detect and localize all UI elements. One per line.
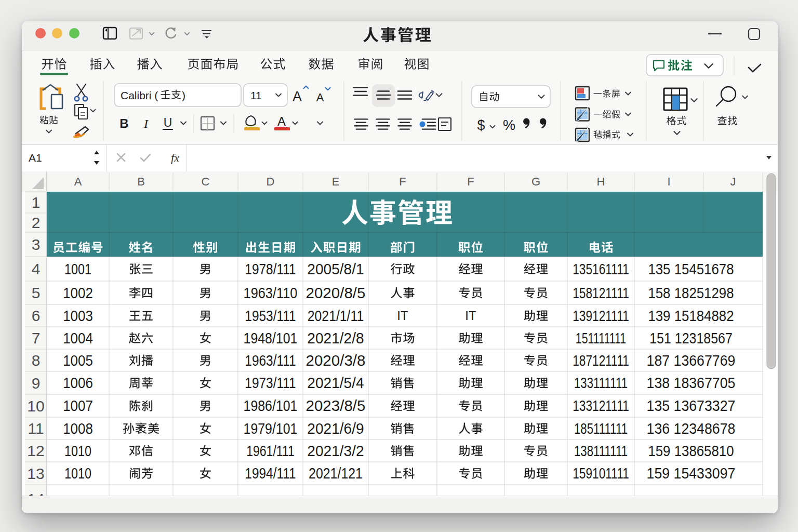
svg-text:9: 9	[32, 375, 41, 392]
svg-text:187 13667769: 187 13667769	[647, 352, 736, 369]
svg-text:11: 11	[250, 89, 262, 101]
svg-text:151 12318567: 151 12318567	[649, 330, 733, 347]
svg-text:12: 12	[27, 442, 44, 459]
svg-text:5: 5	[32, 284, 41, 301]
svg-text:133121111: 133121111	[573, 397, 629, 414]
svg-text:2021/3/2: 2021/3/2	[307, 443, 364, 459]
svg-text:11: 11	[28, 420, 44, 437]
svg-text:158 18251298: 158 18251298	[648, 285, 734, 301]
svg-text:4: 4	[32, 260, 41, 277]
svg-text:1953/111: 1953/111	[245, 308, 296, 324]
svg-text:G: G	[531, 175, 540, 188]
svg-text:1994/111: 1994/111	[245, 465, 296, 482]
svg-text:A: A	[74, 175, 82, 188]
svg-text:F: F	[467, 175, 474, 188]
svg-text:fx: fx	[171, 151, 179, 164]
svg-text:159 15433097: 159 15433097	[647, 465, 736, 482]
svg-text:1: 1	[32, 194, 41, 211]
svg-text:2: 2	[32, 214, 41, 231]
svg-text:151111111: 151111111	[576, 330, 626, 347]
svg-text:2023/8/5: 2023/8/5	[306, 397, 366, 414]
svg-text:A: A	[316, 91, 324, 104]
svg-text:1003: 1003	[63, 308, 93, 324]
svg-text:IT: IT	[397, 309, 408, 323]
svg-text:E: E	[332, 175, 340, 188]
svg-text:2021/1/11: 2021/1/11	[308, 308, 364, 324]
svg-text:1948/101: 1948/101	[244, 330, 298, 347]
svg-text:133111111: 133111111	[574, 375, 628, 391]
svg-text:I: I	[143, 117, 149, 130]
svg-text:139121111: 139121111	[573, 308, 629, 324]
svg-text:1963/111: 1963/111	[245, 352, 296, 369]
svg-text:2020/8/5: 2020/8/5	[306, 285, 366, 301]
svg-text:F: F	[399, 175, 406, 188]
svg-text:I: I	[667, 175, 670, 188]
svg-text:135 13673327: 135 13673327	[647, 397, 736, 414]
svg-text:B: B	[119, 116, 128, 130]
svg-text:2020/3/8: 2020/3/8	[306, 352, 366, 369]
svg-text:1010: 1010	[64, 443, 91, 459]
svg-text:3: 3	[32, 236, 41, 253]
svg-text:H: H	[597, 175, 605, 188]
svg-text:1978/111: 1978/111	[245, 261, 296, 277]
svg-text:1973/111: 1973/111	[245, 375, 296, 391]
svg-text:U: U	[164, 116, 172, 129]
svg-text:): )	[182, 89, 185, 101]
svg-text:6: 6	[32, 307, 41, 324]
svg-text:1004: 1004	[63, 330, 93, 347]
svg-text:$: $	[477, 117, 485, 133]
svg-text:1008: 1008	[63, 420, 93, 437]
svg-text:7: 7	[32, 329, 41, 347]
svg-text:Calibri (: Calibri (	[121, 89, 158, 101]
svg-text:1001: 1001	[64, 261, 91, 277]
svg-text:2021/5/4: 2021/5/4	[307, 375, 364, 391]
svg-text:A: A	[277, 114, 286, 128]
svg-text:1986/101: 1986/101	[244, 397, 298, 414]
svg-text:1002: 1002	[63, 285, 93, 301]
svg-text:1010: 1010	[64, 465, 91, 482]
svg-text:185111111: 185111111	[574, 420, 628, 437]
svg-text:2005/8/1: 2005/8/1	[307, 261, 364, 277]
svg-text:187121111: 187121111	[573, 352, 629, 369]
svg-text:2021/6/9: 2021/6/9	[307, 420, 364, 437]
svg-text:IT: IT	[465, 309, 476, 323]
svg-text:135 15451678: 135 15451678	[648, 261, 734, 277]
svg-text:8: 8	[32, 352, 41, 369]
svg-text:13: 13	[27, 465, 44, 482]
svg-text:135161111: 135161111	[573, 261, 629, 277]
svg-text:B: B	[137, 175, 145, 188]
svg-text:1006: 1006	[63, 375, 93, 391]
svg-text:A1: A1	[29, 152, 42, 164]
svg-text:1963/110: 1963/110	[244, 285, 298, 301]
svg-text:A: A	[292, 89, 302, 104]
svg-text:J: J	[730, 175, 736, 188]
svg-text:1979/101: 1979/101	[244, 420, 298, 437]
svg-text:139 15184882: 139 15184882	[648, 308, 734, 324]
svg-text:159 13865810: 159 13865810	[648, 443, 734, 459]
svg-text:1007: 1007	[63, 397, 93, 414]
svg-text:D: D	[267, 175, 275, 188]
svg-text:159101111: 159101111	[573, 465, 629, 482]
svg-text:136 12348678: 136 12348678	[647, 420, 736, 437]
svg-text:1961/111: 1961/111	[246, 443, 295, 459]
svg-text:C: C	[202, 175, 210, 188]
svg-text:1005: 1005	[63, 352, 93, 369]
svg-text:10: 10	[27, 397, 44, 415]
svg-text:2021/2/8: 2021/2/8	[307, 330, 364, 347]
svg-text:2021/121: 2021/121	[309, 465, 363, 482]
svg-text:138111111: 138111111	[574, 443, 628, 459]
svg-text:138 18367705: 138 18367705	[647, 375, 736, 391]
svg-text:158121111: 158121111	[573, 285, 629, 301]
svg-text:%: %	[503, 117, 515, 133]
